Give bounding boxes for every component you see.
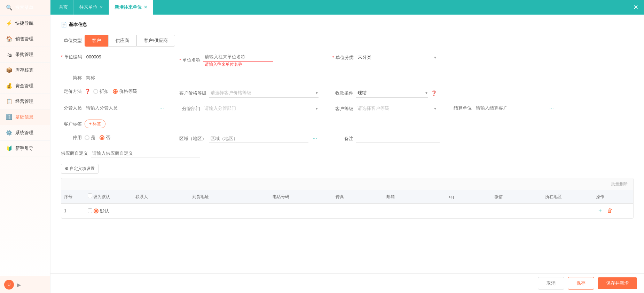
pricing-discount-label: 折扣 — [100, 88, 109, 95]
manager-more-btn[interactable]: ··· — [158, 105, 165, 111]
house-icon: 🏠 — [6, 35, 13, 42]
customer-level-select[interactable]: 请选择客户等级 ▼ — [356, 104, 437, 113]
col-email: 邮箱 — [384, 190, 446, 204]
row-contact-input[interactable] — [135, 208, 163, 213]
disabled-yes-option[interactable]: 是 — [85, 135, 95, 141]
customer-tag-label: 客户标签 — [61, 121, 82, 127]
manager-input[interactable] — [85, 104, 155, 112]
tab-add-partner-close[interactable]: ✕ — [144, 5, 147, 10]
row-email-input[interactable] — [386, 208, 418, 213]
row-contact[interactable] — [133, 204, 189, 218]
row-region[interactable] — [542, 204, 593, 218]
disabled-yes-radio — [85, 135, 89, 140]
short-name-input[interactable] — [85, 74, 165, 82]
gear-icon: ⚙️ — [6, 129, 13, 136]
disabled-no-label: 否 — [106, 135, 110, 141]
sidebar-item-quick-nav[interactable]: ⚡ 快捷导航 — [0, 16, 50, 31]
region-input[interactable] — [209, 135, 308, 143]
sidebar-item-operations[interactable]: 📋 经营管理 — [0, 94, 50, 109]
col-fax: 传真 — [333, 190, 384, 204]
tab-home[interactable]: 首页 — [53, 0, 74, 15]
type-btn-both[interactable]: 客户/供应商 — [136, 35, 175, 47]
sidebar-item-search[interactable]: 🔍 搜索菜单 — [0, 0, 50, 16]
settlement-unit-input[interactable] — [474, 104, 545, 112]
supplier-custom-label: 供应商自定义 — [61, 150, 88, 156]
row-address[interactable] — [189, 204, 270, 218]
customer-price-level-select[interactable]: 请选择客户价格等级 ▼ — [209, 88, 319, 98]
sidebar-item-purchase[interactable]: 🛍 采购管理 — [0, 47, 50, 63]
sidebar-item-inventory[interactable]: 📦 库存核算 — [0, 63, 50, 78]
tab-home-label: 首页 — [59, 4, 68, 10]
money-icon: 💰 — [6, 82, 13, 89]
disabled-no-option[interactable]: 否 — [100, 135, 110, 141]
unit-name-error: 请输入往来单位名称 — [205, 62, 273, 67]
lightning-icon: ⚡ — [6, 20, 13, 27]
pricing-help-icon[interactable]: ❓ — [85, 89, 91, 94]
row-address-input[interactable] — [192, 208, 234, 213]
row-phone-input[interactable] — [273, 208, 304, 213]
delete-row-button[interactable]: 🗑 — [606, 207, 614, 213]
row-actions: ＋ 🗑 — [593, 204, 633, 218]
row-phone[interactable] — [270, 204, 332, 218]
sidebar-item-sales-label: 销售管理 — [15, 36, 33, 42]
payment-terms-dropdown-icon: ▼ — [425, 91, 428, 95]
payment-terms-help-icon[interactable]: ❓ — [431, 90, 437, 96]
pricing-level-option[interactable]: 价格等级 — [113, 88, 137, 95]
unit-name-input[interactable] — [203, 53, 273, 62]
supplier-custom-input[interactable] — [91, 149, 200, 157]
table-header-row: 序号 设为默认 联系人 到货地址 电话号码 传真 邮箱 qq 微信 所在地区 操… — [61, 190, 633, 204]
pricing-discount-option[interactable]: 折扣 — [93, 88, 109, 95]
unit-code-input[interactable] — [85, 53, 165, 61]
row-fax[interactable] — [333, 204, 384, 218]
sidebar-item-system[interactable]: ⚙️ 系统管理 — [0, 125, 50, 141]
section-title-text: 基本信息 — [69, 22, 87, 28]
row-wechat[interactable] — [492, 204, 542, 218]
disabled-yes-label: 是 — [91, 135, 95, 141]
save-new-button[interactable]: 保存并新增 — [598, 277, 637, 289]
row-seq: 1 — [61, 204, 85, 218]
row-email[interactable] — [384, 204, 446, 218]
select-all-checkbox[interactable] — [88, 194, 92, 198]
type-btn-customer[interactable]: 客户 — [85, 35, 108, 47]
tab-partner-list[interactable]: 往来单位 ✕ — [74, 0, 109, 15]
sidebar-item-basic-info[interactable]: ℹ️ 基础信息 — [0, 109, 50, 125]
unit-category-select[interactable]: 未分类 ▼ — [356, 53, 437, 62]
category-dropdown-icon: ▼ — [433, 56, 437, 59]
department-select[interactable]: 请输入分管部门 ▼ — [203, 104, 319, 113]
department-label: 分管部门 — [179, 106, 200, 112]
window-close-button[interactable]: ✕ — [630, 3, 641, 11]
row-default-radio-item[interactable]: 默认 — [94, 208, 109, 214]
supplier-custom-field: 供应商自定义 — [61, 149, 200, 157]
unit-type-field: 单位类型 客户 供应商 客户/供应商 — [61, 35, 175, 47]
payment-terms-value: 现结 — [356, 88, 425, 97]
remark-input[interactable] — [356, 135, 440, 143]
payment-terms-select[interactable]: 现结 ▼ — [356, 88, 428, 98]
custom-settings-button[interactable]: ⚙ 自定义项设置 — [61, 164, 99, 174]
remark-field: 备注 — [332, 135, 440, 143]
save-button[interactable]: 保存 — [568, 277, 594, 290]
sidebar-item-sales[interactable]: 🏠 销售管理 — [0, 31, 50, 47]
settlement-unit-more-btn[interactable]: ··· — [548, 105, 555, 111]
batch-delete-button[interactable]: 批量删除 — [611, 181, 628, 187]
sidebar-bottom-icon: ▶ — [17, 282, 21, 288]
add-row-button[interactable]: ＋ — [596, 207, 604, 213]
row-fax-input[interactable] — [336, 208, 360, 213]
sidebar-item-beginner[interactable]: 🔰 新手引导 — [0, 141, 50, 156]
col-qq: qq — [446, 190, 491, 204]
cancel-button[interactable]: 取消 — [538, 277, 564, 290]
tab-partner-list-close[interactable]: ✕ — [100, 5, 103, 10]
row-qq[interactable] — [446, 204, 491, 218]
type-btn-supplier[interactable]: 供应商 — [108, 35, 136, 47]
row-qq-input[interactable] — [449, 208, 470, 213]
add-tag-button[interactable]: + 标签 — [85, 120, 105, 128]
region-more-btn[interactable]: ··· — [311, 136, 319, 142]
row-region-input[interactable] — [545, 208, 570, 213]
customer-level-placeholder: 请选择客户等级 — [356, 104, 433, 113]
sidebar-item-finance[interactable]: 💰 资金管理 — [0, 78, 50, 94]
tab-add-partner[interactable]: 新增往来单位 ✕ — [109, 0, 153, 15]
row-checkbox[interactable] — [88, 209, 92, 213]
short-name-label: 简称 — [61, 75, 82, 81]
contact-table: 序号 设为默认 联系人 到货地址 电话号码 传真 邮箱 qq 微信 所在地区 操… — [61, 190, 633, 218]
tab-add-partner-label: 新增往来单位 — [115, 4, 142, 10]
row-wechat-input[interactable] — [494, 208, 519, 213]
